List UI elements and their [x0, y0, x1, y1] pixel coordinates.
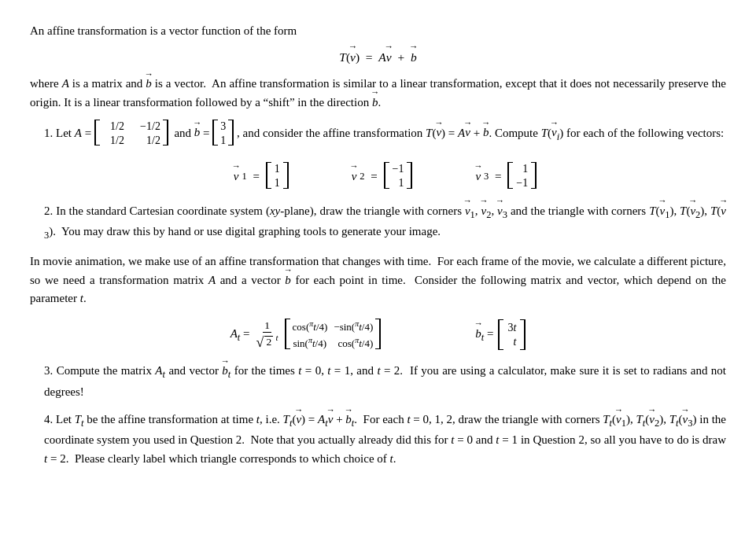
main-content: An affine transformation is a vector fun…	[30, 22, 726, 468]
bt-expression: bt = 3t t	[475, 319, 526, 350]
animation-intro: In movie animation, we make use of an af…	[30, 252, 726, 308]
q1-text: 1. Let A = 1/2 −1/2 1/2 1/2 and b =	[44, 120, 726, 148]
question-2: 2. In the standard Cartesian coordinate …	[44, 202, 726, 244]
q3-text: 3. Compute the matrix At and vector bt f…	[44, 362, 726, 401]
question-3: 3. Compute the matrix At and vector bt f…	[44, 362, 726, 401]
question-1: 1. Let A = 1/2 −1/2 1/2 1/2 and b =	[44, 120, 726, 191]
vector-bt: 3t t	[498, 319, 526, 350]
vector-b: 3 1	[212, 120, 234, 148]
vectors-row: v1 = 1 1 v2 = −1	[44, 162, 726, 190]
vector-v3: v3 = 1 −1	[475, 162, 537, 190]
matrix-At: cos(πt/4) −sin(πt/4) sin(πt/4) cos(πt/4)	[285, 319, 382, 351]
q4-text: 4. Let Tt be the affine transformation a…	[44, 411, 726, 468]
matrix-A: 1/2 −1/2 1/2 1/2	[94, 120, 168, 148]
intro-p2: where A is a matrix and b is a vector. A…	[30, 75, 726, 112]
At-expression: At = 1 √ 2 t co	[230, 319, 382, 351]
vector-v1: v1 = 1 1	[234, 162, 289, 190]
main-equation: T(v) = Av + b	[30, 48, 726, 67]
q2-text: 2. In the standard Cartesian coordinate …	[44, 202, 726, 244]
intro-p1: An affine transformation is a vector fun…	[30, 22, 726, 40]
vector-v2: v2 = −1 1	[352, 162, 413, 190]
question-4: 4. Let Tt be the affine transformation a…	[44, 411, 726, 468]
time-equations: At = 1 √ 2 t co	[30, 319, 726, 351]
